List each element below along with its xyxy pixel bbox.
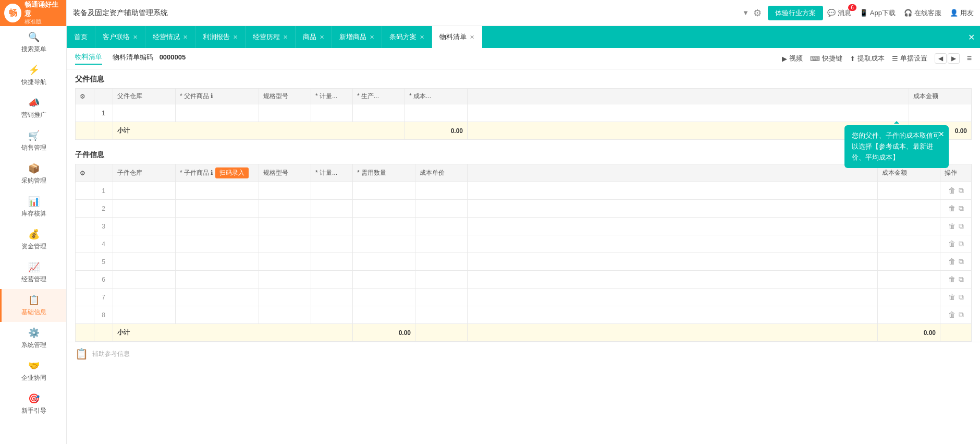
navtab-新增商品[interactable]: 新增商品✕ — [332, 26, 382, 48]
sidebar-item-快捷导航[interactable]: ⚡ 快捷导航 — [0, 59, 66, 92]
messages-badge[interactable]: 💬 消息 6 — [827, 8, 851, 18]
delete-icon-row1[interactable]: 🗑 — [948, 186, 956, 195]
child-row1-product[interactable] — [176, 182, 259, 200]
child-row6-spec[interactable] — [259, 271, 311, 289]
sidebar-item-新手引导[interactable]: 🎯 新手引导 — [0, 388, 66, 421]
child-row2-price[interactable] — [415, 200, 468, 218]
child-row1-warehouse[interactable] — [113, 182, 176, 200]
child-row3-price[interactable] — [415, 218, 468, 235]
delete-icon-row3[interactable]: 🗑 — [948, 222, 956, 231]
child-row4-spec[interactable] — [259, 235, 311, 253]
child-row4-price[interactable] — [415, 235, 468, 253]
trial-button[interactable]: 体验行业方案 — [768, 6, 823, 20]
child-row7-unit[interactable] — [311, 289, 353, 306]
child-row5-product[interactable] — [176, 253, 259, 271]
child-row6-qty[interactable] — [353, 271, 415, 289]
copy-icon-row2[interactable]: ⧉ — [959, 204, 964, 213]
child-row3-product[interactable] — [176, 218, 259, 235]
navtab-经营历程[interactable]: 经营历程✕ — [246, 26, 296, 48]
navtab-close-icon[interactable]: ✕ — [320, 34, 324, 41]
child-row6-warehouse[interactable] — [113, 271, 176, 289]
close-all-tabs-btn[interactable]: ✕ — [963, 32, 980, 42]
navtab-物料清单[interactable]: 物料清单✕ — [432, 26, 482, 48]
navtab-close-icon[interactable]: ✕ — [470, 34, 474, 41]
child-row4-qty[interactable] — [353, 235, 415, 253]
navtab-商品[interactable]: 商品✕ — [296, 26, 332, 48]
child-row2-qty[interactable] — [353, 200, 415, 218]
child-row8-spec[interactable] — [259, 306, 311, 324]
nav-next[interactable]: ▶ — [948, 53, 960, 64]
sidebar-item-系统管理[interactable]: ⚙️ 系统管理 — [0, 322, 66, 355]
parent-row1-production[interactable] — [353, 104, 405, 122]
online-service[interactable]: 🎧 在线客服 — [904, 8, 941, 18]
child-row7-warehouse[interactable] — [113, 289, 176, 306]
child-row8-price[interactable] — [415, 306, 468, 324]
navtab-close-icon[interactable]: ✕ — [233, 34, 238, 41]
child-row7-spec[interactable] — [259, 289, 311, 306]
child-row8-unit[interactable] — [311, 306, 353, 324]
child-row7-qty[interactable] — [353, 289, 415, 306]
navtab-close-icon[interactable]: ✕ — [183, 34, 188, 41]
navtab-利润报告[interactable]: 利润报告✕ — [195, 26, 246, 48]
delete-icon-row6[interactable]: 🗑 — [948, 275, 956, 284]
sidebar-item-库存核算[interactable]: 📊 库存核算 — [0, 190, 66, 223]
child-row6-product[interactable] — [176, 271, 259, 289]
delete-icon-row2[interactable]: 🗑 — [948, 204, 956, 213]
child-row4-product[interactable] — [176, 235, 259, 253]
copy-icon-row7[interactable]: ⧉ — [959, 293, 964, 302]
child-row5-unit[interactable] — [311, 253, 353, 271]
navtab-条码方案[interactable]: 条码方案✕ — [382, 26, 432, 48]
copy-icon-row1[interactable]: ⧉ — [959, 186, 964, 195]
navtab-客户联络[interactable]: 客户联络✕ — [95, 26, 145, 48]
delete-icon-row4[interactable]: 🗑 — [948, 239, 956, 248]
navtab-首页[interactable]: 首页 — [67, 26, 95, 48]
sidebar-item-搜索菜单[interactable]: 🔍 搜索菜单 — [0, 26, 66, 59]
child-row5-qty[interactable] — [353, 253, 415, 271]
parent-col-settings[interactable]: ⚙ — [76, 89, 94, 104]
child-row5-spec[interactable] — [259, 253, 311, 271]
sidebar-item-经营管理[interactable]: 📈 经营管理 — [0, 256, 66, 289]
navtab-close-icon[interactable]: ✕ — [420, 34, 424, 41]
child-row5-price[interactable] — [415, 253, 468, 271]
list-view-icon[interactable]: ≡ — [967, 54, 972, 63]
child-row8-warehouse[interactable] — [113, 306, 176, 324]
child-row1-spec[interactable] — [259, 182, 311, 200]
user-area[interactable]: 👤 用友 — [950, 8, 974, 18]
child-row2-product[interactable] — [176, 200, 259, 218]
child-row3-unit[interactable] — [311, 218, 353, 235]
app-download[interactable]: 📱 App下载 — [860, 8, 896, 18]
single-settings-btn[interactable]: ☰ 单据设置 — [892, 54, 927, 63]
child-row2-spec[interactable] — [259, 200, 311, 218]
child-row3-spec[interactable] — [259, 218, 311, 235]
child-row1-qty[interactable] — [353, 182, 415, 200]
sidebar-item-资金管理[interactable]: 💰 资金管理 — [0, 223, 66, 256]
child-row5-warehouse[interactable] — [113, 253, 176, 271]
extract-cost-btn[interactable]: ⬆ 提取成本 — [850, 54, 885, 63]
parent-row1-warehouse[interactable] — [113, 104, 176, 122]
tooltip-close-btn[interactable]: ✕ — [938, 128, 945, 140]
child-col-settings[interactable]: ⚙ — [76, 164, 94, 182]
child-row3-warehouse[interactable] — [113, 218, 176, 235]
navtab-close-icon[interactable]: ✕ — [283, 34, 288, 41]
parent-row1-cost[interactable] — [405, 104, 468, 122]
scan-input-btn[interactable]: 扫码录入 — [215, 167, 249, 178]
dropdown-arrow[interactable]: ▼ — [742, 9, 749, 17]
child-row8-qty[interactable] — [353, 306, 415, 324]
copy-icon-row3[interactable]: ⧉ — [959, 222, 964, 231]
child-row3-qty[interactable] — [353, 218, 415, 235]
parent-row1-unit[interactable] — [311, 104, 353, 122]
child-row2-warehouse[interactable] — [113, 200, 176, 218]
copy-icon-row4[interactable]: ⧉ — [959, 239, 964, 248]
delete-icon-row7[interactable]: 🗑 — [948, 293, 956, 302]
navtab-close-icon[interactable]: ✕ — [133, 34, 138, 41]
parent-row1-product[interactable] — [176, 104, 259, 122]
child-row2-unit[interactable] — [311, 200, 353, 218]
child-row4-unit[interactable] — [311, 235, 353, 253]
child-row6-unit[interactable] — [311, 271, 353, 289]
child-row1-unit[interactable] — [311, 182, 353, 200]
copy-icon-row6[interactable]: ⧉ — [959, 275, 964, 284]
sidebar-item-营销推广[interactable]: 📣 营销推广 — [0, 92, 66, 125]
sub-tab-bill-of-materials[interactable]: 物料清单 — [75, 52, 102, 65]
child-row4-warehouse[interactable] — [113, 235, 176, 253]
child-row7-product[interactable] — [176, 289, 259, 306]
